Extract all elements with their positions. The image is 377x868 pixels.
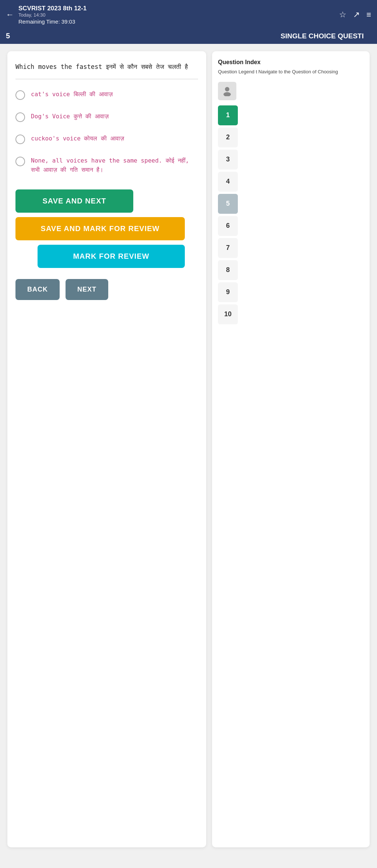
radio-option-1[interactable] [15, 90, 25, 100]
q-index-3[interactable]: 3 [218, 150, 238, 170]
option-text-3: cuckoo's voice कोयल की आवाज़ [31, 134, 124, 143]
save-and-mark-button[interactable]: SAVE AND MARK FOR REVIEW [15, 217, 185, 240]
question-type-label: SINGLE CHOICE QUESTI [10, 32, 371, 40]
next-button[interactable]: NEXT [66, 279, 108, 300]
radio-option-4[interactable] [15, 157, 25, 166]
q-index-6[interactable]: 6 [218, 216, 238, 236]
header-left: ← SCVRIST 2023 8th 12-1 Today, 14:30 Rem… [6, 5, 87, 25]
menu-icon[interactable]: ≡ [366, 10, 371, 20]
star-icon[interactable]: ☆ [339, 10, 346, 20]
q-index-2[interactable]: 2 [218, 128, 238, 147]
svg-point-1 [223, 92, 231, 96]
q-index-8[interactable]: 8 [218, 260, 238, 280]
radio-option-2[interactable] [15, 112, 25, 122]
question-divider [15, 79, 198, 79]
nav-buttons: BACK NEXT [15, 279, 198, 300]
save-and-next-button[interactable]: SAVE AND NEXT [15, 189, 133, 213]
sidebar-heading: Question Index [218, 58, 261, 67]
option-text-2: Dog's Voice कुत्ते की आवाज़ [31, 112, 109, 121]
q-index-5[interactable]: 5 [218, 194, 238, 214]
svg-point-0 [225, 87, 229, 91]
option-item-4: None, all voices have the same speed. को… [15, 156, 198, 175]
option-item-2: Dog's Voice कुत्ते की आवाज़ [15, 112, 198, 122]
q-index-9[interactable]: 9 [218, 282, 238, 302]
q-index-7[interactable]: 7 [218, 238, 238, 258]
share-icon[interactable]: ↗ [353, 10, 360, 20]
question-panel: Which moves the fastest इनमें से कौन सबस… [7, 51, 206, 847]
mark-for-review-button[interactable]: MARK FOR REVIEW [38, 245, 185, 268]
option-item-3: cuckoo's voice कोयल की आवाज़ [15, 134, 198, 144]
question-text: Which moves the fastest इनमें से कौन सबस… [15, 62, 198, 72]
q-index-10[interactable]: 10 [218, 304, 238, 324]
back-button[interactable]: BACK [15, 279, 60, 300]
app-header: ← SCVRIST 2023 8th 12-1 Today, 14:30 Rem… [0, 0, 377, 29]
header-right: ☆ ↗ ≡ [339, 10, 371, 20]
right-sidebar: Question Index Question Legend t Navigat… [212, 51, 370, 847]
remaining-time: Remaining Time: 39:03 [18, 18, 87, 25]
option-text-1: cat's voice बिल्ली की आवाज़ [31, 90, 113, 99]
radio-option-3[interactable] [15, 135, 25, 144]
option-text-4: None, all voices have the same speed. को… [31, 156, 198, 175]
exam-title: SCVRIST 2023 8th 12-1 [18, 5, 87, 12]
avatar-icon [218, 82, 236, 100]
main-layout: Which moves the fastest इनमें से कौन सबस… [0, 44, 377, 855]
question-number: 5 [6, 32, 10, 40]
back-icon[interactable]: ← [6, 10, 14, 20]
q-index-1[interactable]: 1 [218, 105, 238, 125]
datetime-label: Today, 14:30 [18, 12, 87, 18]
subheader: 5 SINGLE CHOICE QUESTI [0, 29, 377, 44]
option-item-1: cat's voice बिल्ली की आवाज़ [15, 90, 198, 100]
question-index-grid: 1 2 3 4 5 6 7 8 9 10 [218, 105, 364, 324]
options-list: cat's voice बिल्ली की आवाज़ Dog's Voice … [15, 90, 198, 175]
header-title-block: SCVRIST 2023 8th 12-1 Today, 14:30 Remai… [18, 5, 87, 25]
sidebar-legend-text: Question Legend t Navigate to the Questi… [218, 68, 338, 76]
q-index-4[interactable]: 4 [218, 172, 238, 192]
